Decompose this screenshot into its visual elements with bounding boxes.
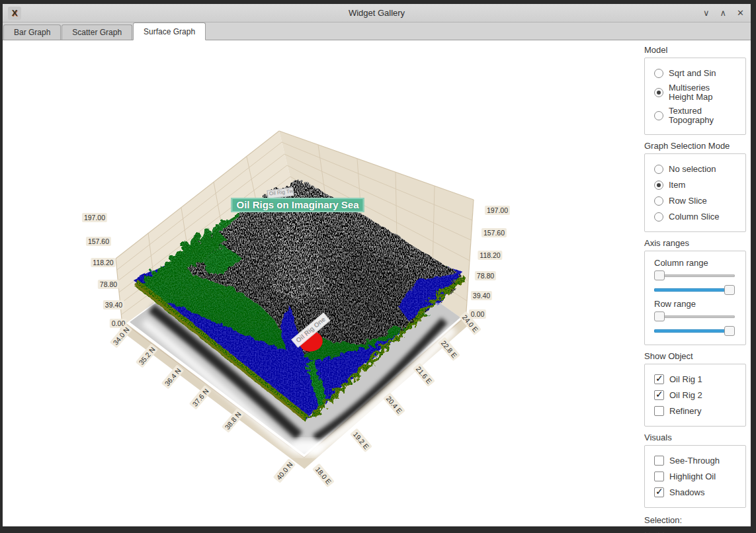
slider-track[interactable]: [654, 288, 735, 292]
radio-label: Multiseries Height Map: [669, 83, 730, 102]
checkbox-label: Refinery: [669, 407, 701, 416]
checkbox-label: Oil Rig 1: [669, 375, 702, 384]
selection-mode-group: No selection Item Row Slice Column Slice: [644, 153, 746, 232]
checkbox-highlight-oil[interactable]: Highlight Oil: [654, 471, 741, 482]
radio-textured-topography[interactable]: Textured Topography: [654, 106, 741, 125]
checkbox-shadows[interactable]: Shadows: [654, 487, 741, 498]
radio-icon[interactable]: [654, 69, 663, 78]
z-axis-tick: 78.80: [475, 271, 496, 280]
radio-label: Column Slice: [669, 212, 720, 222]
slider-track[interactable]: [654, 274, 735, 277]
radio-icon[interactable]: [654, 181, 663, 190]
selection-status-label: Selection:: [644, 514, 746, 526]
selection-mode-section-title: Graph Selection Mode: [644, 141, 746, 151]
slider-track[interactable]: [654, 329, 735, 333]
z-axis-tick: 118.20: [478, 251, 502, 260]
window-title: Widget Gallery: [3, 8, 751, 18]
chart-title-label: Oil Rigs on Imaginary Sea: [231, 198, 364, 212]
checkbox-icon[interactable]: [654, 374, 664, 384]
radio-multiseries-height-map[interactable]: Multiseries Height Map: [654, 83, 741, 102]
slider-handle[interactable]: [724, 285, 735, 295]
show-object-group: Oil Rig 1 Oil Rig 2 Refinery: [644, 364, 746, 427]
checkbox-label: Shadows: [669, 488, 704, 497]
checkbox-icon[interactable]: [654, 472, 664, 481]
visuals-group: See-Through Highlight Oil Shadows: [644, 445, 746, 508]
surface-graph-page: 197.00 157.60 118.20 78.80 39.40 0.00 19…: [3, 40, 751, 526]
slider-handle[interactable]: [654, 270, 665, 280]
checkbox-oil-rig-2[interactable]: Oil Rig 2: [654, 390, 741, 401]
checkbox-icon[interactable]: [654, 487, 664, 497]
column-range-max-slider[interactable]: [654, 284, 735, 296]
radio-item[interactable]: Item: [654, 179, 741, 190]
checkbox-label: Oil Rig 2: [669, 391, 702, 400]
show-object-section-title: Show Object: [644, 351, 746, 361]
radio-icon[interactable]: [654, 111, 663, 120]
visuals-section-title: Visuals: [644, 432, 746, 442]
radio-icon[interactable]: [654, 88, 663, 97]
z-axis-tick: 118.20: [91, 258, 115, 267]
radio-label: No selection: [669, 165, 716, 174]
radio-label: Textured Topography: [669, 106, 730, 125]
checkbox-icon[interactable]: [654, 456, 664, 466]
window-titlebar: X Widget Gallery ∨ ∧ ✕: [3, 4, 751, 22]
z-axis-tick: 39.40: [103, 300, 124, 309]
tab-bar: Bar Graph Scatter Graph Surface Graph: [3, 22, 751, 40]
model-section-title: Model: [644, 45, 746, 55]
z-axis-tick: 197.00: [485, 206, 510, 215]
radio-icon[interactable]: [654, 196, 663, 206]
radio-sqrt-and-sin[interactable]: Sqrt and Sin: [654, 67, 741, 79]
radio-label: Row Slice: [669, 196, 707, 206]
row-range-min-slider[interactable]: [654, 311, 735, 322]
row-range-max-slider[interactable]: [654, 325, 735, 337]
checkbox-icon[interactable]: [654, 390, 664, 400]
radio-label: Sqrt and Sin: [669, 69, 716, 78]
app-icon[interactable]: X: [8, 7, 21, 20]
radio-icon[interactable]: [654, 212, 663, 222]
radio-row-slice[interactable]: Row Slice: [654, 195, 741, 206]
slider-handle[interactable]: [724, 326, 735, 336]
z-axis-tick: 78.80: [98, 280, 119, 289]
radio-column-slice[interactable]: Column Slice: [654, 211, 741, 222]
maximize-window-icon[interactable]: ∧: [720, 4, 727, 22]
z-axis-tick: 157.60: [86, 237, 111, 246]
tab-scatter-graph[interactable]: Scatter Graph: [62, 24, 132, 40]
control-panel: Model Sqrt and Sin Multiseries Height Ma…: [644, 40, 746, 533]
tab-bar-graph[interactable]: Bar Graph: [3, 24, 61, 40]
checkbox-see-through[interactable]: See-Through: [654, 455, 741, 466]
close-window-icon[interactable]: ✕: [737, 4, 744, 22]
tab-surface-graph[interactable]: Surface Graph: [133, 22, 206, 40]
shade-window-icon[interactable]: ∨: [703, 4, 710, 22]
checkbox-icon[interactable]: [654, 406, 664, 416]
checkbox-refinery[interactable]: Refinery: [654, 405, 741, 417]
checkbox-oil-rig-1[interactable]: Oil Rig 1: [654, 374, 741, 385]
radio-icon[interactable]: [654, 165, 663, 174]
slider-track[interactable]: [654, 315, 735, 318]
slider-handle[interactable]: [654, 311, 665, 321]
column-range-min-slider[interactable]: [654, 270, 735, 281]
surface-plot-viewport[interactable]: 197.00 157.60 118.20 78.80 39.40 0.00 19…: [3, 40, 642, 526]
z-axis-tick: 197.00: [82, 213, 107, 222]
selection-status-value: Nothing: [644, 529, 746, 533]
axis-ranges-section-title: Axis ranges: [644, 238, 746, 248]
radio-no-selection[interactable]: No selection: [654, 163, 741, 175]
row-range-label: Row range: [654, 299, 741, 309]
z-axis-tick: 39.40: [471, 291, 492, 300]
model-group: Sqrt and Sin Multiseries Height Map Text…: [644, 58, 746, 135]
checkbox-label: See-Through: [669, 456, 720, 466]
z-axis-tick: 157.60: [482, 228, 507, 237]
axis-ranges-group: Column range Row range: [644, 251, 746, 345]
radio-label: Item: [669, 181, 685, 190]
column-range-label: Column range: [654, 258, 741, 268]
checkbox-label: Highlight Oil: [669, 472, 716, 481]
application-window: X Widget Gallery ∨ ∧ ✕ Bar Graph Scatter…: [0, 0, 756, 533]
